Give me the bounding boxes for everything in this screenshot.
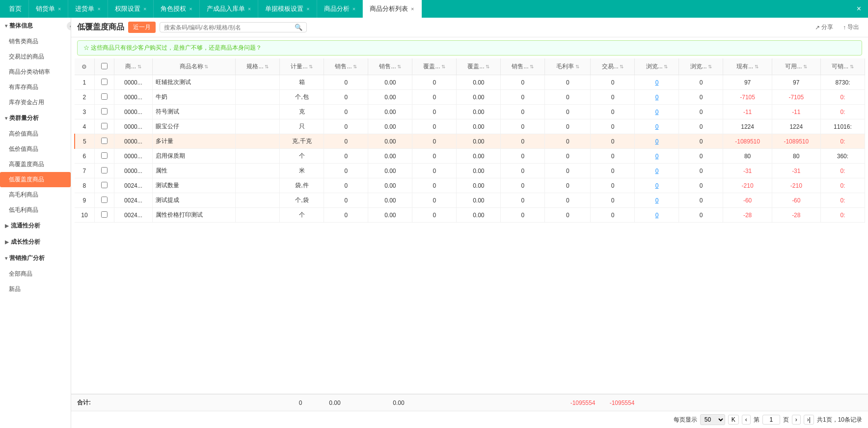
page-input[interactable] [762, 415, 780, 425]
row-checkbox[interactable] [101, 108, 108, 114]
sidebar-item-low-coverage[interactable]: 低覆盖度商品 [0, 172, 71, 187]
col-settings[interactable]: ⚙ [75, 58, 94, 75]
sidebar-section-cluster[interactable]: ▾ 类群量分析 [0, 110, 71, 126]
sidebar-item-product-category-rate[interactable]: 商品分类动销率 [0, 64, 71, 80]
close-icon[interactable]: × [143, 6, 146, 12]
row-checkbox[interactable] [101, 211, 108, 218]
col-unit[interactable]: 计量... [280, 58, 324, 75]
select-all-checkbox[interactable] [101, 63, 108, 69]
row-checkbox[interactable] [101, 152, 108, 159]
row-checkbox[interactable] [101, 93, 108, 100]
row-browse1[interactable]: 0 [635, 164, 679, 178]
sidebar-section-overall[interactable]: ▾ 整体信息 [0, 18, 71, 34]
col-sales-qty[interactable]: 销售... [324, 58, 368, 75]
col-trade[interactable]: 交易... [591, 58, 635, 75]
col-coverage2[interactable]: 覆盖... [457, 58, 501, 75]
row-checkbox[interactable] [101, 197, 108, 203]
close-icon[interactable]: × [306, 6, 309, 12]
row-browse1[interactable]: 0 [635, 105, 679, 119]
col-current-stock[interactable]: 现有... [723, 58, 772, 75]
close-icon[interactable]: × [58, 6, 61, 12]
row-checkbox-cell[interactable] [94, 208, 114, 223]
col-code[interactable]: 商... [114, 58, 152, 75]
row-checkbox-cell[interactable] [94, 149, 114, 164]
col-saleable[interactable]: 可销... [820, 58, 865, 75]
col-coverage1[interactable]: 覆盖... [412, 58, 457, 75]
row-browse1[interactable]: 0 [635, 149, 679, 164]
sidebar-item-high-margin[interactable]: 高毛利商品 [0, 187, 71, 202]
col-browse2[interactable]: 浏览... [679, 58, 723, 75]
sidebar-item-traded-products[interactable]: 交易过的商品 [0, 49, 71, 64]
sidebar-item-sales-products[interactable]: 销售类商品 [0, 34, 71, 49]
row-browse1[interactable]: 0 [635, 193, 679, 208]
row-browse1[interactable]: 0 [635, 178, 679, 193]
col-sales-amt[interactable]: 销售... [368, 58, 412, 75]
col-spec[interactable]: 规格... [236, 58, 280, 75]
row-browse1[interactable]: 0 [635, 134, 679, 149]
col-checkbox[interactable] [94, 58, 114, 75]
sidebar-item-stock-funds[interactable]: 库存资金占用 [0, 95, 71, 110]
row-sales-amt: 0.00 [368, 149, 412, 164]
nav-tab-product-entry[interactable]: 产成品入库单 × [200, 0, 258, 18]
row-checkbox[interactable] [101, 123, 108, 129]
row-checkbox-cell[interactable] [94, 75, 114, 90]
row-checkbox[interactable] [101, 182, 108, 188]
col-name[interactable]: 商品名称 [152, 58, 236, 75]
row-checkbox-cell[interactable] [94, 164, 114, 178]
col-sales-x[interactable]: 销售... [501, 58, 545, 75]
nav-tab-role[interactable]: 角色授权 × [154, 0, 199, 18]
close-all-tabs-button[interactable]: × [852, 4, 866, 13]
sidebar-item-in-stock-products[interactable]: 有库存商品 [0, 80, 71, 95]
sidebar-section-growth[interactable]: ▶ 成长性分析 [0, 234, 71, 250]
close-icon[interactable]: × [411, 6, 414, 12]
row-available: -210 [772, 178, 820, 193]
nav-tab-purchase[interactable]: 进货单 × [68, 0, 108, 18]
search-input[interactable] [164, 24, 295, 31]
sidebar-section-liquidity[interactable]: ▶ 流通性分析 [0, 218, 71, 234]
row-browse1[interactable]: 0 [635, 75, 679, 90]
row-checkbox-cell[interactable] [94, 119, 114, 134]
time-filter-button[interactable]: 近一月 [128, 22, 156, 33]
row-checkbox[interactable] [101, 79, 108, 85]
row-checkbox-cell[interactable] [94, 105, 114, 119]
sidebar-item-all-products[interactable]: 全部商品 [0, 266, 71, 282]
row-checkbox-cell[interactable] [94, 90, 114, 105]
search-icon[interactable]: 🔍 [295, 24, 302, 31]
nav-tab-product-analysis-list[interactable]: 商品分析列表 × [363, 0, 421, 18]
row-checkbox[interactable] [101, 138, 108, 144]
row-checkbox[interactable] [101, 167, 108, 173]
sidebar-item-high-coverage[interactable]: 高覆盖度商品 [0, 157, 71, 172]
export-button[interactable]: ↑ 导出 [840, 22, 862, 33]
sidebar-item-new-products[interactable]: 新品 [0, 282, 71, 297]
row-browse1[interactable]: 0 [635, 208, 679, 223]
nav-tab-product-analysis[interactable]: 商品分析 × [317, 0, 363, 18]
nav-tab-permissions[interactable]: 权限设置 × [108, 0, 154, 18]
row-checkbox-cell[interactable] [94, 178, 114, 193]
col-gross-rate[interactable]: 毛利率 [545, 58, 591, 75]
page-size-select[interactable]: 50 20 100 [700, 414, 725, 425]
sidebar-item-low-margin[interactable]: 低毛利商品 [0, 202, 71, 218]
row-index: 2 [75, 90, 94, 105]
close-icon[interactable]: × [189, 6, 192, 12]
row-checkbox-cell[interactable] [94, 134, 114, 149]
next-page-button[interactable]: › [792, 415, 801, 425]
sidebar-item-high-value[interactable]: 高价值商品 [0, 126, 71, 142]
nav-tab-home[interactable]: 首页 [2, 0, 29, 18]
col-browse1[interactable]: 浏览... [635, 58, 679, 75]
close-icon[interactable]: × [97, 6, 100, 12]
share-button[interactable]: ↗ 分享 [812, 22, 836, 33]
sidebar-item-low-value[interactable]: 低价值商品 [0, 142, 71, 157]
last-page-button[interactable]: ›| [804, 415, 814, 425]
prev-page-button[interactable]: ‹ [742, 415, 751, 425]
nav-tab-template[interactable]: 单据模板设置 × [258, 0, 317, 18]
close-icon[interactable]: × [248, 6, 251, 12]
row-browse1[interactable]: 0 [635, 119, 679, 134]
row-browse1[interactable]: 0 [635, 90, 679, 105]
sidebar-section-marketing[interactable]: ▾ 营销推广分析 [0, 250, 71, 266]
nav-tab-sales[interactable]: 销货单 × [29, 0, 68, 18]
col-available[interactable]: 可用... [772, 58, 820, 75]
row-checkbox-cell[interactable] [94, 193, 114, 208]
close-icon[interactable]: × [353, 6, 355, 12]
first-page-button[interactable]: K [728, 415, 739, 425]
row-sales-x: 0 [501, 178, 545, 193]
